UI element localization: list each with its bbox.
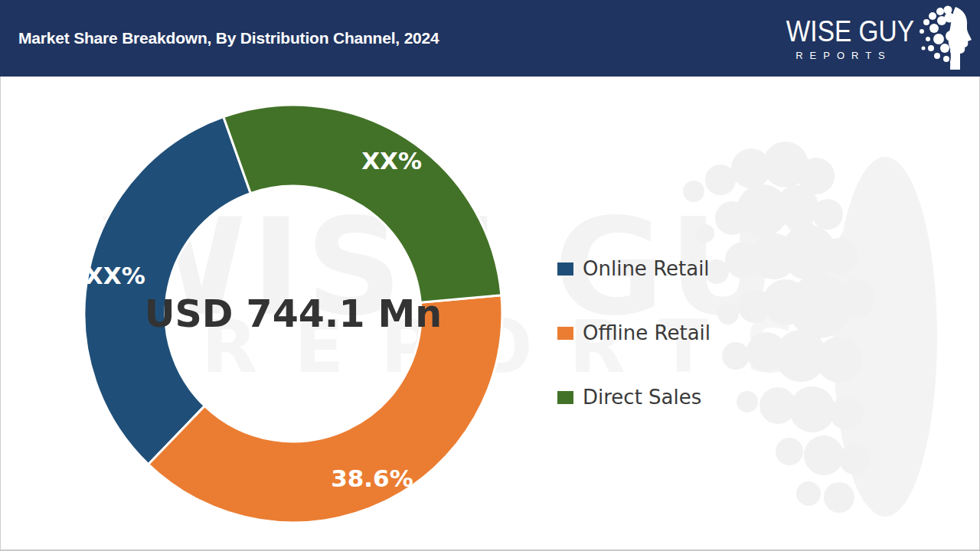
brand-subtitle: REPORTS <box>769 50 914 61</box>
donut-slice-2 <box>224 105 501 302</box>
slice-label: XX% <box>361 147 422 174</box>
brand-head-dots-icon <box>916 5 972 71</box>
legend-swatch <box>557 327 573 340</box>
legend-label: Direct Sales <box>583 386 701 409</box>
brand-logo: WISE GUY REPORTS <box>769 5 980 71</box>
chart-area: WISE GUY REPORTS XX% 38.6% XX% USD 744.1… <box>0 77 980 551</box>
legend-item-offline-retail: Offline Retail <box>557 321 710 344</box>
legend-label: Online Retail <box>583 257 710 280</box>
legend-swatch <box>557 391 573 404</box>
donut-center-value: USD 744.1 Mn <box>145 292 443 336</box>
brand-logo-text: WISE GUY REPORTS <box>769 15 914 61</box>
legend-label: Offline Retail <box>583 321 710 344</box>
slice-label: 38.6% <box>331 465 413 492</box>
slice-label: XX% <box>85 262 145 289</box>
legend-item-online-retail: Online Retail <box>557 257 710 280</box>
brand-name: WISE GUY <box>786 15 914 48</box>
legend-swatch <box>557 262 573 276</box>
legend: Online Retail Offline Retail Direct Sale… <box>557 257 710 409</box>
legend-item-direct-sales: Direct Sales <box>557 386 710 409</box>
header-bar: Market Share Breakdown, By Distribution … <box>0 0 980 77</box>
page-title: Market Share Breakdown, By Distribution … <box>0 29 439 47</box>
donut-slice-0 <box>84 117 250 465</box>
